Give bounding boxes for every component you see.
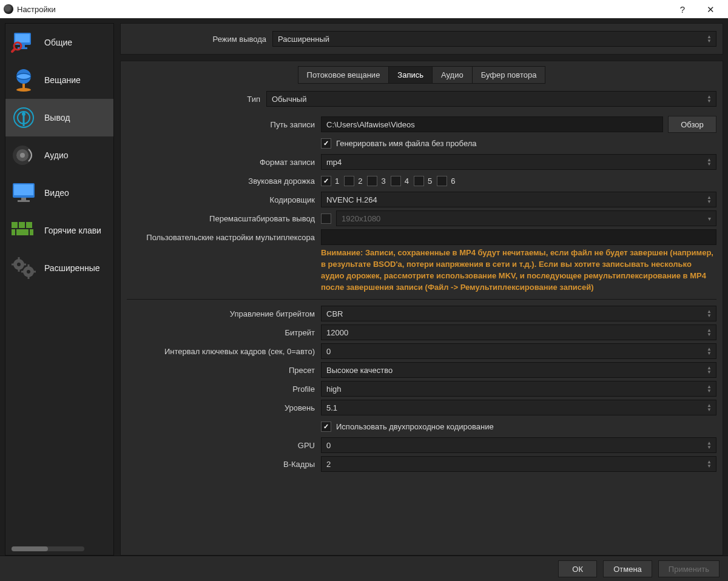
profile-label: Profile — [127, 385, 321, 394]
help-button[interactable]: ? — [669, 0, 696, 18]
sidebar-item-label: Горячие клави — [44, 226, 101, 235]
sidebar-item-hotkeys[interactable]: Горячие клави — [5, 212, 113, 249]
output-tabs: Потоковое вещание Запись Аудио Буфер пов… — [298, 66, 546, 84]
mp4-warning: Внимание: Записи, сохраненные в MP4 буду… — [321, 247, 716, 293]
output-mode-value: Расширенный — [278, 35, 329, 44]
sidebar-item-label: Видео — [44, 188, 69, 198]
cancel-button[interactable]: Отмена — [603, 560, 652, 577]
output-mode-label: Режим вывода — [127, 35, 272, 44]
rate-control-select[interactable]: CBR ▲▼ — [321, 306, 716, 321]
bitrate-value: 12000 — [326, 328, 348, 337]
output-settings-panel: Потоковое вещание Запись Аудио Буфер пов… — [120, 61, 723, 556]
monitor-icon — [9, 180, 38, 206]
recording-path-label: Путь записи — [127, 120, 321, 129]
svg-point-28 — [17, 263, 21, 266]
rescale-checkbox[interactable] — [321, 213, 331, 224]
gears-icon — [9, 255, 38, 281]
sidebar-item-label: Вывод — [44, 113, 70, 123]
svg-rect-24 — [12, 229, 15, 235]
sidebar-item-label: Аудио — [44, 150, 69, 160]
updown-icon: ▲▼ — [704, 382, 715, 395]
updown-icon: ▲▼ — [704, 457, 715, 471]
track-4-checkbox[interactable] — [391, 176, 401, 186]
rate-control-value: CBR — [326, 309, 343, 318]
track-3-checkbox[interactable] — [367, 176, 377, 186]
track-2-checkbox[interactable] — [344, 176, 354, 186]
antenna-icon — [9, 104, 38, 131]
updown-icon: ▲▼ — [704, 92, 715, 106]
no-space-filename-checkbox[interactable] — [321, 138, 331, 149]
sidebar-item-video[interactable]: Видео — [5, 174, 113, 212]
preset-select[interactable]: Высокое качество ▲▼ — [321, 362, 716, 378]
svg-line-5 — [12, 49, 15, 52]
output-mode-select[interactable]: Расширенный ▲▼ — [272, 31, 716, 47]
sidebar-item-advanced[interactable]: Расширенные — [5, 249, 113, 287]
rescale-label: Перемасштабировать вывод — [127, 214, 321, 223]
track-4-label: 4 — [405, 176, 409, 186]
encoder-select[interactable]: NVENC H.264 ▲▼ — [321, 192, 716, 207]
titlebar: Настройки ? ✕ — [0, 0, 728, 18]
updown-icon: ▲▼ — [704, 401, 715, 414]
svg-rect-1 — [15, 34, 30, 42]
browse-button[interactable]: Обзор — [668, 116, 716, 133]
sidebar-item-label: Общие — [44, 38, 72, 47]
track-6-label: 6 — [451, 176, 455, 186]
output-mode-panel: Режим вывода Расширенный ▲▼ — [120, 23, 723, 55]
close-button[interactable]: ✕ — [696, 0, 724, 18]
sidebar-item-label: Вещание — [44, 75, 81, 85]
updown-icon: ▲▼ — [704, 155, 715, 169]
gpu-value: 0 — [326, 441, 331, 450]
recording-path-value: C:\Users\Alfawise\Videos — [326, 120, 415, 129]
bframes-input[interactable]: 2 ▲▼ — [321, 456, 716, 472]
tab-streaming[interactable]: Потоковое вещание — [298, 67, 389, 83]
recording-format-select[interactable]: mp4 ▲▼ — [321, 154, 716, 170]
preset-value: Высокое качество — [326, 366, 393, 375]
keyint-value: 0 — [326, 347, 331, 356]
updown-icon: ▲▼ — [704, 32, 715, 45]
encoder-value: NVENC H.264 — [326, 195, 377, 204]
two-pass-label: Использовать двухпроходное кодирование — [336, 422, 494, 431]
sidebar-item-output[interactable]: Вывод — [5, 99, 113, 136]
no-space-filename-label: Генерировать имя файла без пробела — [336, 139, 477, 148]
track-5-checkbox[interactable] — [414, 176, 424, 186]
recording-path-input[interactable]: C:\Users\Alfawise\Videos — [321, 116, 663, 132]
keyint-input[interactable]: 0 ▲▼ — [321, 343, 716, 359]
level-select[interactable]: 5.1 ▲▼ — [321, 400, 716, 415]
type-select[interactable]: Обычный ▲▼ — [266, 91, 716, 107]
rescale-select[interactable]: 1920x1080 ▾ — [336, 210, 716, 226]
svg-rect-8 — [22, 84, 25, 89]
tab-audio[interactable]: Аудио — [433, 67, 473, 83]
level-value: 5.1 — [326, 403, 337, 412]
tab-recording[interactable]: Запись — [389, 67, 433, 83]
track-1-checkbox[interactable] — [321, 176, 331, 186]
apply-button[interactable]: Применить — [658, 560, 720, 577]
recording-format-value: mp4 — [326, 158, 342, 167]
sidebar-horizontal-scrollbar[interactable] — [12, 546, 84, 551]
sidebar-item-general[interactable]: Общие — [5, 24, 113, 61]
track-6-checkbox[interactable] — [437, 176, 447, 186]
sidebar-item-stream[interactable]: Вещание — [5, 61, 113, 99]
bitrate-label: Битрейт — [127, 328, 321, 337]
updown-icon: ▲▼ — [704, 363, 715, 377]
audio-track-label: Звуковая дорожка — [127, 176, 321, 186]
level-label: Уровень — [127, 403, 321, 412]
bitrate-input[interactable]: 12000 ▲▼ — [321, 324, 716, 340]
svg-rect-20 — [18, 200, 30, 202]
updown-icon: ▲▼ — [704, 344, 715, 358]
svg-rect-21 — [12, 222, 18, 228]
sidebar-item-label: Расширенные — [44, 263, 100, 273]
sidebar-item-audio[interactable]: Аудио — [5, 136, 113, 174]
recording-format-label: Формат записи — [127, 158, 321, 167]
tab-replay-buffer[interactable]: Буфер повтора — [473, 67, 545, 83]
profile-select[interactable]: high ▲▼ — [321, 381, 716, 397]
ok-button[interactable]: ОК — [558, 560, 597, 577]
svg-point-9 — [16, 88, 31, 92]
encoder-label: Кодировщик — [127, 195, 321, 204]
updown-icon: ▲▼ — [704, 193, 715, 206]
svg-rect-19 — [21, 198, 26, 200]
gpu-input[interactable]: 0 ▲▼ — [321, 437, 716, 453]
profile-value: high — [326, 385, 342, 394]
two-pass-checkbox[interactable] — [321, 421, 331, 432]
window-title: Настройки — [17, 5, 56, 14]
mux-settings-input[interactable] — [321, 229, 716, 245]
